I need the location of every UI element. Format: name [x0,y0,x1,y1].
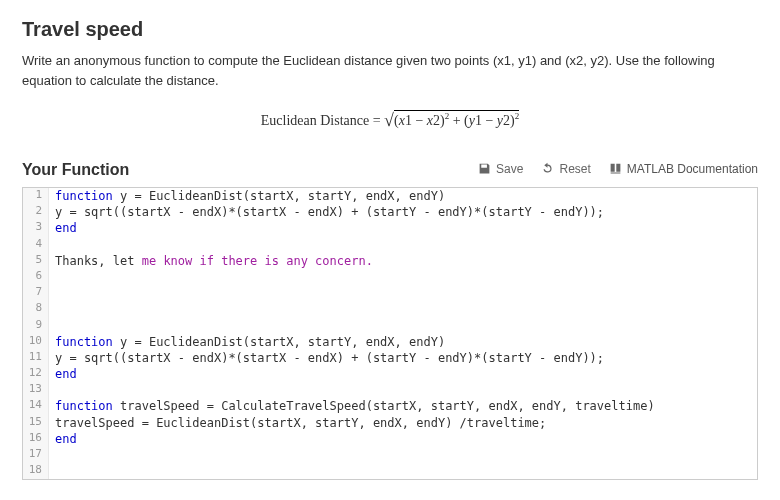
code-text[interactable] [49,382,62,398]
line-number: 8 [23,301,49,317]
code-line[interactable]: 17 [23,447,757,463]
reset-label: Reset [559,162,590,176]
code-line[interactable]: 1function y = EuclideanDist(startX, star… [23,188,757,204]
code-editor[interactable]: 1function y = EuclideanDist(startX, star… [22,187,758,480]
code-line[interactable]: 4 [23,237,757,253]
code-text[interactable]: function y = EuclideanDist(startX, start… [49,334,445,350]
problem-description: Write an anonymous function to compute t… [22,51,758,90]
code-line[interactable]: 3end [23,220,757,236]
code-text[interactable]: end [49,366,77,382]
code-line[interactable]: 14function travelSpeed = CalculateTravel… [23,398,757,414]
line-number: 12 [23,366,49,382]
code-text[interactable]: y = sqrt((startX - endX)*(startX - endX)… [49,204,604,220]
code-line[interactable]: 2y = sqrt((startX - endX)*(startX - endX… [23,204,757,220]
code-text[interactable] [49,285,62,301]
line-number: 5 [23,253,49,269]
book-icon [609,162,622,175]
line-number: 9 [23,318,49,334]
code-line[interactable]: 6 [23,269,757,285]
code-text[interactable]: travelSpeed = EuclideanDist(startX, star… [49,415,546,431]
code-text[interactable]: end [49,431,77,447]
code-line[interactable]: 11y = sqrt((startX - endX)*(startX - end… [23,350,757,366]
matlab-doc-label: MATLAB Documentation [627,162,758,176]
code-line[interactable]: 10function y = EuclideanDist(startX, sta… [23,334,757,350]
page-title: Travel speed [22,18,758,41]
line-number: 4 [23,237,49,253]
matlab-doc-link[interactable]: MATLAB Documentation [609,162,758,176]
save-button[interactable]: Save [478,162,523,176]
line-number: 6 [23,269,49,285]
code-line[interactable]: 18 [23,463,757,479]
formula-radicand: (x1 − x2)2 + (y1 − y2)2 [394,110,519,129]
line-number: 11 [23,350,49,366]
code-line[interactable]: 12end [23,366,757,382]
code-text[interactable] [49,237,62,253]
code-line[interactable]: 8 [23,301,757,317]
code-line[interactable]: 13 [23,382,757,398]
code-line[interactable]: 9 [23,318,757,334]
code-line[interactable]: 16end [23,431,757,447]
editor-actions: Save Reset MATLAB Documentation [478,162,758,176]
sqrt-icon: √ [384,110,394,130]
line-number: 16 [23,431,49,447]
code-text[interactable] [49,269,62,285]
code-line[interactable]: 15travelSpeed = EuclideanDist(startX, st… [23,415,757,431]
line-number: 15 [23,415,49,431]
code-line[interactable]: 5Thanks, let me know if there is any con… [23,253,757,269]
formula-block: Euclidean Distance = √(x1 − x2)2 + (y1 −… [22,110,758,131]
reset-icon [541,162,554,175]
line-number: 17 [23,447,49,463]
code-text[interactable]: end [49,220,77,236]
code-text[interactable]: y = sqrt((startX - endX)*(startX - endX)… [49,350,604,366]
code-text[interactable]: function travelSpeed = CalculateTravelSp… [49,398,655,414]
code-text[interactable] [49,301,62,317]
code-line[interactable]: 7 [23,285,757,301]
line-number: 7 [23,285,49,301]
line-number: 18 [23,463,49,479]
line-number: 10 [23,334,49,350]
code-text[interactable]: function y = EuclideanDist(startX, start… [49,188,445,204]
function-section-title: Your Function [22,161,129,179]
line-number: 14 [23,398,49,414]
line-number: 3 [23,220,49,236]
code-text[interactable] [49,463,62,479]
line-number: 13 [23,382,49,398]
line-number: 1 [23,188,49,204]
line-number: 2 [23,204,49,220]
save-icon [478,162,491,175]
save-label: Save [496,162,523,176]
formula-label: Euclidean Distance = [261,113,384,128]
reset-button[interactable]: Reset [541,162,590,176]
code-text[interactable] [49,447,62,463]
code-text[interactable] [49,318,62,334]
code-text[interactable]: Thanks, let me know if there is any conc… [49,253,373,269]
